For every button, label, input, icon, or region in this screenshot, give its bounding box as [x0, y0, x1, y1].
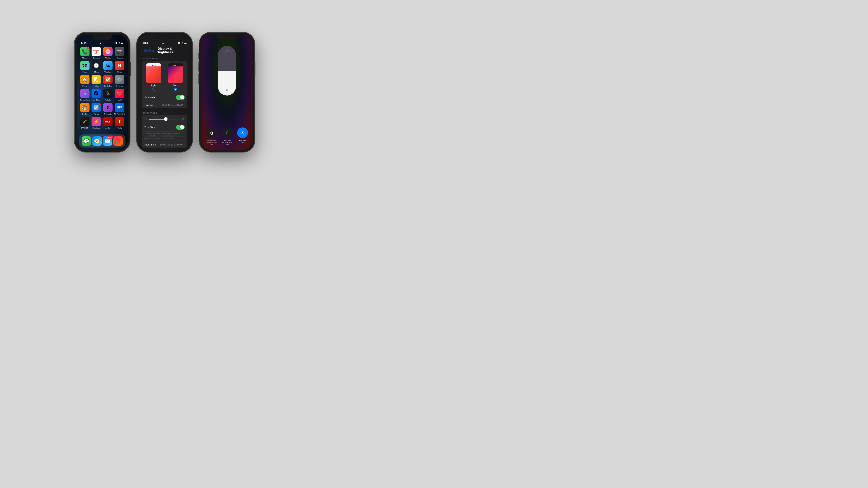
volume-down-button[interactable] — [74, 74, 74, 84]
dock: 💬 🧭 ✉️ 10,510 🎵 — [79, 134, 125, 148]
photos-icon[interactable]: 🌸 — [103, 47, 113, 56]
weather-icon[interactable]: 🌤 — [103, 61, 113, 70]
night-shift-control[interactable]: ☾ Night Shift Off Until 10:00 PM — [222, 127, 233, 145]
reminders-icon[interactable]: ✅ — [103, 75, 113, 84]
tesla-icon[interactable]: T — [115, 117, 124, 126]
myfitnesspal-icon[interactable]: MFP — [115, 103, 124, 112]
dock-messages[interactable]: 💬 — [82, 136, 91, 146]
itunes-store-icon[interactable]: ♫ — [80, 89, 90, 98]
appearance-control[interactable]: ◑ Appearance Dark Until 7:00 AM — [206, 127, 218, 145]
options-row[interactable]: Options Dark Until 7:00 AM › — [142, 102, 187, 108]
battery-icon: ▬ — [121, 42, 123, 44]
brightness-slider-row[interactable]: ☀ ☀ — [142, 115, 187, 123]
brightness-widget[interactable]: ☀ — [218, 46, 236, 96]
night-shift-value-text: 10:00 PM to 7:00 AM — [160, 143, 183, 146]
books-icon[interactable]: 📚 — [80, 103, 90, 112]
app-reminders[interactable]: ✅ Reminders — [103, 75, 113, 87]
calendar-label: Calendar — [93, 57, 100, 59]
brightness-section-label: BRIGHTNESS — [139, 110, 190, 115]
volume-up-button-3[interactable] — [198, 62, 199, 72]
app-notes[interactable]: 📝 Notes — [91, 75, 101, 87]
volume-down-button-2[interactable] — [136, 74, 137, 84]
dock-music[interactable]: 🎵 — [113, 136, 123, 146]
true-tone-control[interactable]: ☀ True Tone On — [237, 127, 248, 145]
power-button-2[interactable] — [192, 62, 193, 76]
app-things[interactable]: ☑️ 1 Things — [91, 103, 101, 115]
news-icon[interactable]: N — [115, 61, 124, 70]
app-shortcuts[interactable]: ⚡ Shortcuts — [91, 117, 101, 129]
home-icon[interactable]: 🏠 — [80, 75, 90, 84]
app-itunes-store[interactable]: ♫ iTunes Store — [79, 89, 90, 101]
app-clock[interactable]: 🕐 Clock — [91, 61, 101, 73]
app-phone[interactable]: 📞 27 Phone — [79, 47, 90, 59]
app-photos[interactable]: 🌸 Photos — [103, 47, 113, 59]
calendar-icon[interactable]: Monday 3 — [92, 47, 101, 56]
app-health[interactable]: ❤️ Health — [114, 89, 125, 101]
carrot-icon[interactable]: 🥕 — [80, 117, 90, 126]
tesla-label: Tesla — [118, 127, 122, 129]
auto-lock-row[interactable]: Auto-Lock Never › — [142, 150, 187, 150]
brightness-track[interactable] — [149, 119, 180, 120]
app-calendar[interactable]: Monday 3 Calendar — [91, 47, 101, 59]
podcasts-label: Podcasts — [104, 113, 112, 115]
appstore-icon[interactable]: 🅐 — [92, 89, 101, 98]
podcasts-icon[interactable]: 🎙 — [103, 103, 113, 112]
automatic-toggle[interactable] — [176, 95, 185, 100]
mute-button-3[interactable] — [198, 53, 199, 59]
notes-icon[interactable]: 📝 — [92, 75, 101, 84]
shortcuts-icon[interactable]: ⚡ — [92, 117, 101, 126]
app-tesla[interactable]: T Tesla — [114, 117, 125, 129]
mute-button[interactable] — [74, 53, 74, 59]
power-button[interactable] — [130, 62, 131, 76]
light-radio[interactable] — [152, 88, 155, 91]
health-icon[interactable]: ❤️ — [115, 89, 124, 98]
activity-icon[interactable]: 🏃 — [103, 89, 113, 98]
myfitnesspal-label: MyFitnessPal — [114, 113, 125, 115]
app-news[interactable]: N News — [114, 61, 125, 73]
clock-icon[interactable]: 🕐 — [92, 61, 101, 70]
app-myfitnesspal[interactable]: MFP MyFitnessPal — [114, 103, 125, 115]
phone-icon[interactable]: 📞 27 — [80, 47, 90, 56]
app-weather[interactable]: 🌤 Weather — [103, 61, 113, 73]
dark-radio[interactable] — [174, 88, 177, 91]
phones-container: 6:54 ▲ ▌▌ ≋ ▬ 📞 27 Phon — [70, 28, 259, 157]
camera-icon[interactable]: 📷 — [115, 47, 124, 56]
maps-icon[interactable]: 🗺 — [80, 61, 90, 70]
things-icon[interactable]: ☑️ 1 — [92, 103, 101, 112]
app-books[interactable]: 📚 Books — [79, 103, 90, 115]
dock-mail[interactable]: ✉️ 10,510 — [103, 136, 112, 146]
night-shift-icon: ☾ — [226, 131, 229, 135]
app-podcasts[interactable]: 🎙 Podcasts — [103, 103, 113, 115]
app-maps[interactable]: 🗺 Maps — [79, 61, 90, 73]
night-shift-row[interactable]: Night Shift 10:00 PM to 7:00 AM › — [142, 141, 187, 148]
settings-back-button[interactable]: ‹ Settings — [143, 49, 155, 52]
dock-safari[interactable]: 🧭 — [92, 136, 102, 146]
appearance-light-option[interactable]: 9:41 Light — [146, 63, 161, 91]
volume-down-button-3[interactable] — [198, 74, 199, 84]
wifi-icon: ≋ — [119, 42, 120, 44]
light-wallpaper — [146, 66, 161, 83]
appearance-dark-option[interactable]: 9:41 Dark — [168, 63, 183, 91]
power-button-3[interactable] — [255, 62, 255, 76]
true-tone-row[interactable]: True Tone — [142, 123, 187, 132]
app-camera[interactable]: 📷 Camera — [114, 47, 125, 59]
volume-up-button[interactable] — [74, 62, 74, 72]
app-appstore[interactable]: 🅐 App Store — [91, 89, 101, 101]
brightness-card: ☀ ☀ True Tone Automatically adapt i — [142, 115, 187, 148]
true-tone-toggle[interactable] — [176, 125, 185, 130]
app-atbat[interactable]: MLB At Bat — [103, 117, 113, 129]
settings-screen: 6:54 ▲ ▌▌ ≋ ▬ ‹ Settings Display & Brigh… — [139, 35, 190, 150]
true-tone-circle[interactable]: ☀ — [237, 127, 248, 138]
app-settings[interactable]: ⚙️ Settings — [114, 75, 125, 87]
app-home[interactable]: 🏠 Home — [79, 75, 90, 87]
volume-up-button-2[interactable] — [136, 62, 137, 72]
app-activity[interactable]: 🏃 Activity — [103, 89, 113, 101]
appearance-circle[interactable]: ◑ — [206, 127, 217, 138]
automatic-row[interactable]: Automatic — [142, 93, 187, 102]
atbat-icon[interactable]: MLB — [103, 117, 113, 126]
app-carrot[interactable]: 🥕 CARROT° — [79, 117, 90, 129]
brightness-thumb[interactable] — [164, 117, 167, 121]
night-shift-circle[interactable]: ☾ — [222, 127, 233, 138]
mute-button-2[interactable] — [136, 53, 137, 59]
settings-icon[interactable]: ⚙️ — [115, 75, 124, 84]
